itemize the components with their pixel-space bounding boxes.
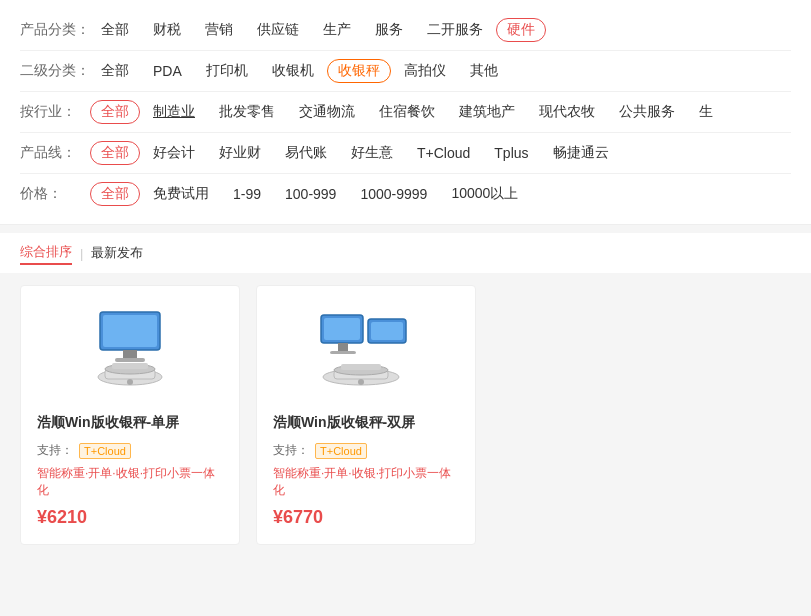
filter-category-openservice[interactable]: 二开服务 [416, 18, 494, 42]
svg-rect-12 [371, 322, 403, 340]
product-card-2[interactable]: 浩顺Win版收银秤-双屏 支持： T+Cloud 智能称重·开单·收银·打印小票… [256, 285, 476, 545]
price-row: 价格： 全部 免费试用 1-99 100-999 1000-9999 10000… [20, 174, 791, 214]
support-tag-1: T+Cloud [79, 443, 131, 459]
svg-rect-14 [330, 351, 356, 354]
sort-comprehensive[interactable]: 综合排序 [20, 241, 72, 265]
industry-items: 全部 制造业 批发零售 交通物流 住宿餐饮 建筑地产 现代农牧 公共服务 生 [90, 100, 724, 124]
filter-price-all[interactable]: 全部 [90, 182, 140, 206]
filter-price-10000plus[interactable]: 10000以上 [440, 182, 529, 206]
filter-industry-hospitality[interactable]: 住宿餐饮 [368, 100, 446, 124]
industry-row: 按行业： 全部 制造业 批发零售 交通物流 住宿餐饮 建筑地产 现代农牧 公共服… [20, 92, 791, 133]
price-items: 全部 免费试用 1-99 100-999 1000-9999 10000以上 [90, 182, 529, 206]
sub-category-row: 二级分类： 全部 PDA 打印机 收银机 收银秤 高拍仪 其他 [20, 51, 791, 92]
product-card-1[interactable]: 浩顺Win版收银秤-单屏 支持： T+Cloud 智能称重·开单·收银·打印小票… [20, 285, 240, 545]
price-label: 价格： [20, 185, 90, 203]
filter-category-supply[interactable]: 供应链 [246, 18, 310, 42]
product-category-label: 产品分类： [20, 21, 90, 39]
industry-label: 按行业： [20, 103, 90, 121]
sub-category-items: 全部 PDA 打印机 收银机 收银秤 高拍仪 其他 [90, 59, 509, 83]
filter-industry-agriculture[interactable]: 现代农牧 [528, 100, 606, 124]
svg-rect-1 [103, 315, 157, 347]
filter-price-100-999[interactable]: 100-999 [274, 183, 347, 205]
filter-industry-life[interactable]: 生 [688, 100, 724, 124]
filter-line-tplus[interactable]: Tplus [483, 142, 539, 164]
product-line-row: 产品线： 全部 好会计 好业财 易代账 好生意 T+Cloud Tplus 畅捷… [20, 133, 791, 174]
filter-industry-wholesale[interactable]: 批发零售 [208, 100, 286, 124]
product-image-1 [37, 302, 223, 402]
product-name-1: 浩顺Win版收银秤-单屏 [37, 414, 223, 432]
filter-category-tax[interactable]: 财税 [142, 18, 192, 42]
sub-category-label: 二级分类： [20, 62, 90, 80]
filter-line-tcloud[interactable]: T+Cloud [406, 142, 481, 164]
product-category-items: 全部 财税 营销 供应链 生产 服务 二开服务 硬件 [90, 18, 546, 42]
filter-sub-camera[interactable]: 高拍仪 [393, 59, 457, 83]
filter-line-all[interactable]: 全部 [90, 141, 140, 165]
sort-divider: | [80, 246, 83, 261]
product-price-2: ¥6770 [273, 507, 459, 528]
filter-line-haoyecai[interactable]: 好业财 [208, 141, 272, 165]
svg-point-19 [358, 379, 364, 385]
filter-category-service[interactable]: 服务 [364, 18, 414, 42]
support-tag-2: T+Cloud [315, 443, 367, 459]
product-support-1: 支持： T+Cloud [37, 442, 223, 459]
filter-sub-other[interactable]: 其他 [459, 59, 509, 83]
filter-industry-logistics[interactable]: 交通物流 [288, 100, 366, 124]
product-support-2: 支持： T+Cloud [273, 442, 459, 459]
filter-line-haokuaiji[interactable]: 好会计 [142, 141, 206, 165]
filter-industry-realestate[interactable]: 建筑地产 [448, 100, 526, 124]
svg-point-8 [127, 379, 133, 385]
filter-sub-cashier[interactable]: 收银机 [261, 59, 325, 83]
product-line-label: 产品线： [20, 144, 90, 162]
filter-price-1000-9999[interactable]: 1000-9999 [349, 183, 438, 205]
filter-category-all[interactable]: 全部 [90, 18, 140, 42]
product-price-1: ¥6210 [37, 507, 223, 528]
svg-rect-2 [123, 350, 137, 358]
product-line-items: 全部 好会计 好业财 易代账 好生意 T+Cloud Tplus 畅捷通云 [90, 141, 620, 165]
products-area: 浩顺Win版收银秤-单屏 支持： T+Cloud 智能称重·开单·收银·打印小票… [0, 273, 811, 557]
svg-rect-3 [115, 358, 145, 362]
svg-rect-7 [112, 363, 148, 369]
filter-sub-printer[interactable]: 打印机 [195, 59, 259, 83]
sort-bar: 综合排序 | 最新发布 [0, 233, 811, 273]
svg-rect-10 [324, 318, 360, 340]
filter-category-production[interactable]: 生产 [312, 18, 362, 42]
filter-sub-pda[interactable]: PDA [142, 60, 193, 82]
svg-rect-18 [341, 364, 381, 370]
filter-industry-all[interactable]: 全部 [90, 100, 140, 124]
filter-category-marketing[interactable]: 营销 [194, 18, 244, 42]
filter-section: 产品分类： 全部 财税 营销 供应链 生产 服务 二开服务 硬件 二级分类： 全… [0, 0, 811, 225]
svg-rect-13 [338, 343, 348, 351]
filter-industry-manufacturing[interactable]: 制造业 [142, 100, 206, 124]
product-image-icon-1 [80, 307, 180, 397]
support-label-2: 支持： [273, 442, 309, 459]
filter-sub-scale[interactable]: 收银秤 [327, 59, 391, 83]
product-name-2: 浩顺Win版收银秤-双屏 [273, 414, 459, 432]
product-image-icon-2 [316, 307, 416, 397]
filter-category-hardware[interactable]: 硬件 [496, 18, 546, 42]
product-category-row: 产品分类： 全部 财税 营销 供应链 生产 服务 二开服务 硬件 [20, 10, 791, 51]
filter-line-yidaizhang[interactable]: 易代账 [274, 141, 338, 165]
filter-line-haoshengyi[interactable]: 好生意 [340, 141, 404, 165]
product-desc-1: 智能称重·开单·收银·打印小票一体化 [37, 465, 223, 499]
filter-sub-all[interactable]: 全部 [90, 59, 140, 83]
filter-industry-public[interactable]: 公共服务 [608, 100, 686, 124]
support-label-1: 支持： [37, 442, 73, 459]
filter-line-changjietongyun[interactable]: 畅捷通云 [542, 141, 620, 165]
sort-latest[interactable]: 最新发布 [91, 242, 143, 264]
product-image-2 [273, 302, 459, 402]
product-desc-2: 智能称重·开单·收银·打印小票一体化 [273, 465, 459, 499]
filter-price-free[interactable]: 免费试用 [142, 182, 220, 206]
filter-price-1-99[interactable]: 1-99 [222, 183, 272, 205]
